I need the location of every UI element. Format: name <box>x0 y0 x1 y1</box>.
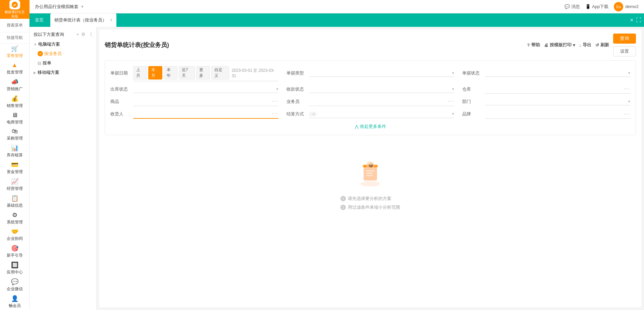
window-close-icon[interactable]: × <box>630 17 633 23</box>
sidebar-item-appstore[interactable]: 🔲 应用中心 <box>0 260 30 277</box>
svg-point-0 <box>11 2 17 8</box>
tab-active-label: 销货单统计表（按业务员） <box>54 17 107 23</box>
settlement-tag-close[interactable]: × <box>313 112 315 116</box>
template-dropdown-icon: ▾ <box>573 43 575 48</box>
sidebar-item-guide[interactable]: 🎯 新手引导 <box>0 243 30 260</box>
date-btn-custom[interactable]: 自定义 <box>211 66 229 80</box>
tab-home[interactable]: 首页 <box>30 13 49 27</box>
doc-type-dropdown-icon[interactable]: ▾ <box>452 71 454 75</box>
sidebar-item-purchase[interactable]: 🛍 采购管理 <box>0 126 30 143</box>
filter-row-2: 出库状态 ▾ 收款状态 ▾ <box>110 85 630 94</box>
sidebar-item-wholesale[interactable]: ▲ 批发管理 <box>0 60 30 77</box>
filter-brand: 品牌 ··· <box>462 110 630 119</box>
tree-item-order[interactable]: ⊟ 按单 <box>30 58 96 68</box>
settings-button[interactable]: 设置 <box>613 46 636 56</box>
settlement-dropdown-icon[interactable]: ▾ <box>452 112 454 116</box>
tab-close-icon[interactable]: × <box>110 18 112 22</box>
goods-value[interactable]: ··· <box>133 97 278 106</box>
sidebar-item-operations[interactable]: 📈 经营管理 <box>0 176 30 193</box>
app-logo[interactable]: 畅捷通好生意 标版 <box>0 0 30 19</box>
sidebar-item-finance[interactable]: 💳 资金管理 <box>0 160 30 176</box>
breadcrumb-dropdown-icon[interactable]: ▾ <box>81 4 84 9</box>
system-icon: ⚙ <box>12 211 17 219</box>
receipt-status-value[interactable]: ▾ <box>309 86 454 93</box>
doc-status-value[interactable]: ▾ <box>485 69 630 77</box>
refresh-btn[interactable]: ↺ 刷新 <box>595 42 609 48</box>
date-btns: 上月 本月 本年 近7天 更多 自定义 <box>133 66 229 80</box>
receipt-status-dropdown-icon[interactable]: ▾ <box>452 87 454 91</box>
collapse-row: ⋀ 收起更多条件 <box>110 122 630 131</box>
date-label: 单据日期 <box>110 70 130 76</box>
department-value[interactable]: ▾ <box>485 98 630 105</box>
out-status-dropdown-icon[interactable]: ▾ <box>276 87 278 91</box>
help-btn[interactable]: ? 帮助 <box>527 42 540 48</box>
window-max-icon[interactable]: ⛶ <box>636 17 641 23</box>
template-print-btn[interactable]: 🖨 按模板打印 ▾ <box>544 42 575 48</box>
tab-active[interactable]: 销货单统计表（按业务员） × <box>50 13 116 27</box>
svg-point-2 <box>360 181 380 187</box>
sidebar-item-system[interactable]: ⚙ 系统管理 <box>0 210 30 226</box>
date-btn-more[interactable]: 更多 <box>196 66 210 80</box>
sidebar-item-ecommerce-label: 电商管理 <box>7 119 23 125</box>
query-settings-group: 查询 设置 <box>613 34 636 56</box>
collab-icon: 🤝 <box>11 228 18 235</box>
sidebar-item-retail[interactable]: 🛒 零售管理 <box>0 44 30 60</box>
brand-value[interactable]: ··· <box>485 110 630 119</box>
search-menu[interactable]: 搜索菜单 <box>0 19 30 33</box>
export-btn[interactable]: ↓ 导出 <box>579 42 592 48</box>
collapse-panel-icon[interactable]: 《 <box>88 32 92 38</box>
query-button[interactable]: 查询 <box>613 34 636 44</box>
consignee-label: 收货人 <box>110 111 130 117</box>
settlement-value[interactable]: × ▾ <box>309 110 454 118</box>
doc-type-label: 单据类型 <box>286 70 307 76</box>
app-download-btn[interactable]: 📱 App下载 <box>585 4 608 10</box>
tree-desktop[interactable]: ▼ 电脑端方案 <box>30 40 96 49</box>
user-area[interactable]: Ea demo2 <box>614 2 639 11</box>
sidebar-item-sales[interactable]: 💰 销售管理 <box>0 93 30 110</box>
out-status-value[interactable]: ▾ <box>133 86 278 93</box>
sidebar-item-marketing[interactable]: 📣 营销推广 <box>0 77 30 94</box>
warehouse-value[interactable]: ··· <box>485 85 630 94</box>
tip1-text: 请先选择要分析的方案 <box>348 196 391 202</box>
doc-type-value[interactable]: ▾ <box>309 69 454 77</box>
salesperson-filter-label: 业务员 <box>286 99 307 105</box>
department-dropdown-icon[interactable]: ▾ <box>628 99 630 104</box>
date-btn-this-year[interactable]: 本年 <box>164 66 177 80</box>
sidebar-item-member[interactable]: 👤 畅会员 <box>0 293 30 310</box>
add-scheme-icon[interactable]: + <box>76 32 79 38</box>
doc-status-dropdown-icon[interactable]: ▾ <box>628 71 630 75</box>
salesperson-value[interactable]: ··· <box>309 97 454 106</box>
member-icon: 👤 <box>11 295 18 302</box>
settings-scheme-icon[interactable]: ⚙ <box>81 32 86 38</box>
app-download-label: App下载 <box>592 4 608 10</box>
sidebar-item-wechat[interactable]: 💬 企业微信 <box>0 276 30 293</box>
sidebar-item-ecommerce[interactable]: 🖥 电商管理 <box>0 110 30 126</box>
tip2-text: 用过滤条件来缩小分析范围 <box>348 204 400 210</box>
salesperson-more-icon[interactable]: ··· <box>448 98 454 104</box>
date-btn-7days[interactable]: 近7天 <box>179 66 195 80</box>
tab-bar: 首页 销货单统计表（按业务员） × × ⛶ <box>30 13 644 27</box>
salesperson-scheme-icon <box>38 51 43 56</box>
sidebar-item-collab[interactable]: 🤝 企业协同 <box>0 226 30 243</box>
filter-row-4: 收货人 ··· 结算方式 × <box>110 109 630 119</box>
collapse-btn[interactable]: ⋀ 收起更多条件 <box>351 122 390 131</box>
purchase-icon: 🛍 <box>12 128 18 135</box>
brand-more-icon[interactable]: ··· <box>624 111 630 117</box>
date-btn-this-month[interactable]: 本月 <box>148 66 162 80</box>
consignee-value[interactable]: ··· <box>133 109 278 119</box>
goods-more-icon[interactable]: ··· <box>272 98 278 104</box>
department-label: 部门 <box>462 99 482 105</box>
desktop-label: 电脑端方案 <box>38 41 60 47</box>
quick-nav[interactable]: 快捷导航 <box>0 33 30 44</box>
warehouse-more-icon[interactable]: ··· <box>624 86 630 92</box>
tree-item-salesperson[interactable]: 按业务员 <box>30 49 96 58</box>
consignee-more-icon[interactable]: ··· <box>272 111 278 117</box>
receipt-status-label: 收款状态 <box>286 86 307 92</box>
sidebar-item-basic[interactable]: 📋 基础信息 <box>0 193 30 210</box>
message-btn[interactable]: 💬 消息 <box>565 4 580 10</box>
date-btn-last-month[interactable]: 上月 <box>133 66 147 80</box>
export-label: 导出 <box>583 42 591 48</box>
sidebar-item-inventory[interactable]: 📊 库存核算 <box>0 143 30 160</box>
tree-mobile[interactable]: ▶ 移动端方案 <box>30 68 96 77</box>
filter-row-1: 单据日期 上月 本月 本年 近7天 更多 自定义 2023-03-01 至 20… <box>110 65 630 81</box>
